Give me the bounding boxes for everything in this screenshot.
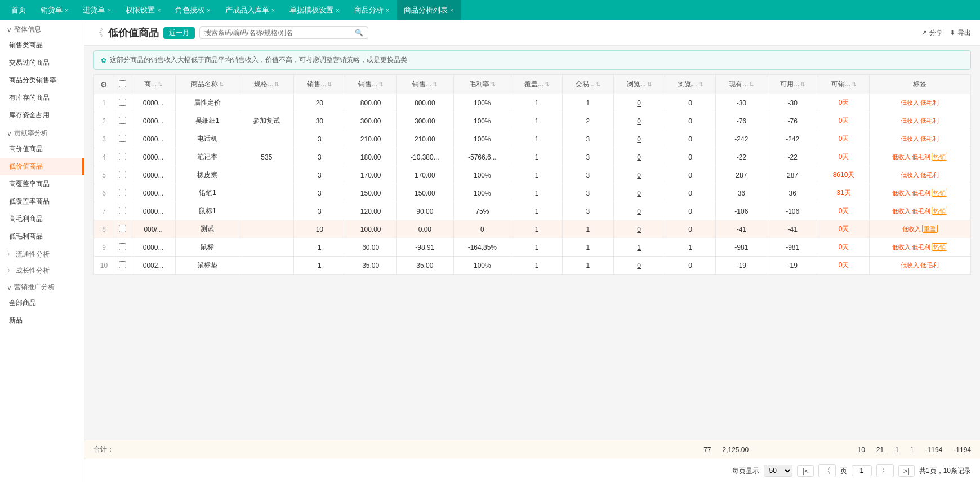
sidebar-group-growth[interactable]: 〉 成长性分析	[0, 262, 84, 278]
share-btn[interactable]: ↗ 分享	[921, 28, 943, 38]
col-margin[interactable]: 毛利率⇅	[453, 75, 511, 94]
first-page-btn[interactable]: |<	[797, 465, 813, 477]
sidebar-item-all-products[interactable]: 全部商品	[0, 294, 84, 312]
col-coverage[interactable]: 覆盖...⇅	[511, 75, 563, 94]
nav-close-permissions[interactable]: ×	[157, 7, 161, 14]
row-checkbox[interactable]	[114, 184, 131, 202]
row-checkbox[interactable]	[114, 112, 131, 130]
row-col9: -22	[716, 148, 767, 166]
search-icon[interactable]: 🔍	[355, 29, 363, 37]
sidebar-group-contribution[interactable]: ∨ 贡献率分析	[0, 124, 84, 140]
row-col5: 1	[511, 238, 563, 257]
row-col2: 800.00	[345, 94, 397, 112]
row-col7: 1	[613, 238, 665, 257]
row-num: 6	[94, 184, 114, 202]
pagination: 每页显示 50 100 200 |< 〈 页 〉 >| 共1页，10条记录	[84, 459, 980, 482]
page-label: 页	[840, 466, 847, 476]
prev-page-btn[interactable]: 〈	[818, 464, 836, 477]
sidebar-item-new-products[interactable]: 新品	[0, 312, 84, 329]
sidebar-item-high-value[interactable]: 高价值商品	[0, 140, 84, 158]
row-num: 2	[94, 112, 114, 130]
sidebar-group-overall[interactable]: ∨ 整体信息	[0, 20, 84, 37]
nav-permissions[interactable]: 权限设置 ×	[119, 0, 167, 20]
col-views2[interactable]: 浏览...⇅	[665, 75, 716, 94]
nav-product-inbound[interactable]: 产成品入库单 ×	[219, 0, 282, 20]
col-select-all[interactable]	[114, 75, 131, 94]
tag-hot: 热销	[932, 189, 947, 197]
col-name[interactable]: 商品名称⇅	[176, 75, 239, 94]
sidebar-item-stocked-products[interactable]: 有库存的商品	[0, 89, 84, 107]
tag-低收入: 低收入	[901, 262, 919, 268]
row-col6: 3	[562, 148, 613, 166]
col-views1[interactable]: 浏览...⇅	[613, 75, 665, 94]
col-sales2[interactable]: 销售...⇅	[345, 75, 397, 94]
row-col2: 300.00	[345, 112, 397, 130]
nav-template[interactable]: 单据模板设置 ×	[283, 0, 346, 20]
sidebar-group-circulation[interactable]: 〉 流通性分析	[0, 245, 84, 262]
nav-product-analysis[interactable]: 商品分析 ×	[348, 0, 396, 20]
row-col9: 287	[716, 166, 767, 184]
sidebar-item-sales-products[interactable]: 销售类商品	[0, 37, 84, 54]
period-btn[interactable]: 近一月	[163, 27, 195, 39]
row-col4: 100%	[453, 257, 511, 275]
col-spec[interactable]: 规格...⇅	[239, 75, 294, 94]
row-col8: 0	[665, 202, 716, 220]
row-tags: 低收入低毛利热销	[869, 184, 970, 202]
row-col2: 60.00	[345, 238, 397, 257]
row-checkbox[interactable]	[114, 202, 131, 220]
row-checkbox[interactable]	[114, 148, 131, 166]
row-checkbox[interactable]	[114, 166, 131, 184]
notice-text: 这部分商品的销售收入大幅低于商品平均销售收入，价值不高，可考虑调整营销策略，或是…	[110, 55, 407, 65]
sidebar-item-high-margin[interactable]: 高毛利商品	[0, 210, 84, 228]
last-page-btn[interactable]: >|	[898, 465, 915, 477]
sidebar-item-low-coverage[interactable]: 低覆盖率商品	[0, 193, 84, 210]
nav-close-product-analysis[interactable]: ×	[386, 7, 389, 14]
nav-purchase-order[interactable]: 进货单 ×	[76, 0, 117, 20]
row-col4: 100%	[453, 166, 511, 184]
col-transactions[interactable]: 交易...⇅	[562, 75, 613, 94]
nav-close-product-analysis-list[interactable]: ×	[450, 7, 453, 14]
col-sales3[interactable]: 销售...⇅	[397, 75, 453, 94]
row-checkbox[interactable]	[114, 130, 131, 148]
nav-close-purchase[interactable]: ×	[107, 7, 110, 14]
row-col8: 0	[665, 220, 716, 238]
sidebar-item-low-margin[interactable]: 低毛利商品	[0, 228, 84, 245]
nav-close-sales[interactable]: ×	[65, 7, 68, 14]
col-stock-available[interactable]: 可用...⇅	[767, 75, 818, 94]
row-checkbox[interactable]	[114, 257, 131, 275]
col-stock-saleable[interactable]: 可销...⇅	[818, 75, 870, 94]
select-all-checkbox[interactable]	[119, 80, 126, 87]
page-input[interactable]	[852, 465, 872, 476]
col-stock-current[interactable]: 现有...⇅	[716, 75, 767, 94]
col-gear[interactable]: ⚙	[94, 75, 114, 94]
col-sales1[interactable]: 销售...⇅	[294, 75, 345, 94]
sidebar-item-traded-products[interactable]: 交易过的商品	[0, 54, 84, 72]
row-checkbox[interactable]	[114, 94, 131, 112]
row-tags: 低收入重盈	[869, 220, 970, 238]
sidebar-group-marketing[interactable]: ∨ 营销推广分析	[0, 278, 84, 294]
next-page-btn[interactable]: 〉	[876, 464, 894, 477]
tag-低收入: 低收入	[901, 117, 919, 124]
export-btn[interactable]: ⬇ 导出	[950, 28, 971, 38]
row-checkbox[interactable]	[114, 220, 131, 238]
nav-sales-order[interactable]: 销货单 ×	[34, 0, 75, 20]
nav-product-analysis-list[interactable]: 商品分析列表 ×	[397, 0, 460, 20]
row-col6: 1	[562, 257, 613, 275]
sidebar-item-inventory-funds[interactable]: 库存资金占用	[0, 107, 84, 124]
search-input[interactable]	[204, 29, 353, 37]
sidebar-item-category-sales-rate[interactable]: 商品分类销售率	[0, 72, 84, 89]
nav-roles[interactable]: 角色授权 ×	[168, 0, 217, 20]
sidebar-item-high-coverage[interactable]: 高覆盖率商品	[0, 175, 84, 193]
row-checkbox[interactable]	[114, 238, 131, 257]
collapse-sidebar-btn[interactable]: 《	[93, 26, 104, 39]
sidebar-item-low-value[interactable]: 低价值商品	[0, 158, 84, 175]
export-icon: ⬇	[950, 29, 955, 37]
row-col7: 0	[613, 112, 665, 130]
nav-close-product-inbound[interactable]: ×	[271, 7, 275, 14]
per-page-select[interactable]: 50 100 200	[764, 465, 792, 477]
nav-close-template[interactable]: ×	[336, 7, 339, 14]
nav-close-roles[interactable]: ×	[207, 7, 210, 14]
nav-home[interactable]: 首页	[5, 0, 33, 20]
row-col8: 0	[665, 184, 716, 202]
col-code[interactable]: 商...⇅	[131, 75, 176, 94]
